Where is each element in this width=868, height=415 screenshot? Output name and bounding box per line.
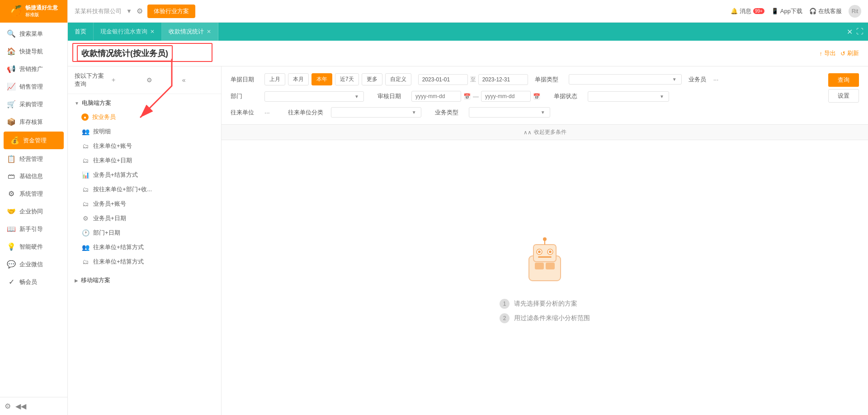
- query-btn[interactable]: 查询: [828, 73, 859, 87]
- dept-date-icon: 🕐: [81, 229, 90, 236]
- sidebar-item-label: 基础信息: [19, 172, 43, 180]
- mobile-scheme-group-header[interactable]: ▶ 移动端方案: [68, 274, 221, 287]
- filter-actions: 查询 设置: [828, 73, 859, 103]
- sidebar-item-basic[interactable]: 🗃 基础信息: [0, 168, 67, 185]
- sidebar-item-sales[interactable]: 📈 销售管理: [0, 78, 67, 95]
- add-scheme-icon[interactable]: ＋: [110, 76, 142, 84]
- online-service-btn[interactable]: 🎧 在线客服: [809, 7, 842, 15]
- custom-date-btn[interactable]: 自定义: [385, 73, 411, 85]
- svg-rect-10: [546, 263, 555, 269]
- collapse-sidebar-btn[interactable]: ◀◀: [15, 402, 26, 410]
- sidebar-item-hardware[interactable]: 💡 智能硬件: [0, 238, 67, 255]
- doc-type-select[interactable]: ▼: [569, 74, 682, 85]
- empty-hints: 1 请先选择要分析的方案 2 用过滤条件来缩小分析范围: [500, 299, 590, 323]
- sidebar-item-operations[interactable]: 📋 经营管理: [0, 150, 67, 168]
- sidebar-item-member[interactable]: ✓ 畅会员: [0, 273, 67, 291]
- refresh-btn[interactable]: ↺ 刷新: [840, 49, 859, 57]
- this-month-btn[interactable]: 本月: [288, 73, 309, 85]
- date-to-input[interactable]: [478, 74, 528, 85]
- scheme-item-partner-settlement2[interactable]: 🗂 往来单位+结算方式: [68, 255, 221, 269]
- scheme-item-by-salesperson[interactable]: ● 按业务员: [68, 110, 221, 124]
- salesperson-more-icon[interactable]: ···: [713, 76, 719, 83]
- sidebar-item-label: 智能硬件: [19, 243, 43, 251]
- partner-category-select[interactable]: ▼: [331, 107, 421, 118]
- scheme-item-partner-date[interactable]: 🗂 往来单位+日期: [68, 153, 221, 168]
- tab-bank-flow[interactable]: 现金银行流水查询 ✕: [94, 23, 162, 41]
- export-btn[interactable]: ↑ 导出: [820, 49, 836, 57]
- date-from-input[interactable]: [418, 74, 468, 85]
- desktop-group-arrow: ▼: [75, 101, 79, 106]
- wechat-icon: 💬: [7, 260, 16, 269]
- calendar-to-icon[interactable]: 📅: [533, 93, 540, 100]
- scheme-item-partner-dept[interactable]: 🗂 按往来单位+部门+收...: [68, 182, 221, 197]
- tab-collection-stats[interactable]: 收款情况统计 ✕: [162, 23, 218, 41]
- right-panel: 单据日期 上月 本月 本年 近7天 更多 自定义 至: [222, 66, 868, 415]
- left-panel-header: 按以下方案查询 ＋ ⚙ «: [68, 66, 221, 94]
- doc-type-arrow-icon: ▼: [672, 77, 677, 82]
- message-btn[interactable]: 🔔 消息 99+: [731, 7, 764, 15]
- service-icon: 🎧: [809, 8, 816, 14]
- sidebar-item-guide[interactable]: 📖 新手引导: [0, 220, 67, 238]
- message-label: 消息: [740, 7, 751, 15]
- sidebar-item-quicknav[interactable]: 🏠 快捷导航: [0, 42, 67, 60]
- sidebar-item-enterprise[interactable]: 🤝 企业协同: [0, 203, 67, 220]
- marketing-icon: 📢: [7, 65, 16, 73]
- tab-close-all-btn[interactable]: ✕: [847, 28, 853, 36]
- empty-hint-2: 2 用过滤条件来缩小分析范围: [500, 313, 590, 323]
- more-date-btn[interactable]: 更多: [362, 73, 382, 85]
- sidebar-item-inventory[interactable]: 📦 库存核算: [0, 113, 67, 131]
- scheme-collapse-icon[interactable]: «: [182, 76, 214, 84]
- sidebar-item-system[interactable]: ⚙ 系统管理: [0, 185, 67, 203]
- scheme-item-salesperson-settlement[interactable]: 📊 业务员+结算方式: [68, 168, 221, 182]
- scheme-item-salesperson-account[interactable]: 🗂 业务员+账号: [68, 197, 221, 211]
- page-header: 收款情况统计(按业务员) ↑ 导出 ↺ 刷新: [68, 41, 868, 66]
- sidebar-item-finance[interactable]: 💰 资金管理: [4, 132, 64, 149]
- trial-btn[interactable]: 体验行业方案: [147, 5, 195, 18]
- sidebar-item-label: 企业微信: [19, 260, 43, 269]
- this-year-btn[interactable]: 本年: [311, 73, 332, 85]
- tab-home[interactable]: 首页: [68, 23, 94, 41]
- scheme-item-by-detail[interactable]: 👥 按明细: [68, 124, 221, 139]
- dept-select[interactable]: ▼: [264, 91, 364, 102]
- last-month-btn[interactable]: 上月: [264, 73, 285, 85]
- sidebar-footer: ⚙ ◀◀: [0, 397, 67, 415]
- scheme-item-label: 业务员+账号: [93, 200, 126, 208]
- svg-point-8: [543, 237, 547, 241]
- sidebar-item-search[interactable]: 🔍 搜索菜单: [0, 25, 67, 42]
- company-dropdown-icon[interactable]: ▼: [126, 8, 132, 14]
- last-7-days-btn[interactable]: 近7天: [335, 73, 359, 85]
- app-download-btn[interactable]: 📱 App下载: [771, 7, 802, 15]
- sidebar-item-purchase[interactable]: 🛒 采购管理: [0, 95, 67, 113]
- filter-settings-btn[interactable]: 设置: [828, 89, 859, 103]
- operations-icon: 📋: [7, 155, 16, 163]
- tab-bank-flow-close-icon[interactable]: ✕: [150, 28, 155, 35]
- sidebar-item-marketing[interactable]: 📢 营销推广: [0, 60, 67, 78]
- review-from-input[interactable]: [411, 91, 461, 102]
- topbar-settings-icon[interactable]: ⚙: [137, 7, 143, 15]
- salesperson-date-icon: ⚙: [81, 215, 90, 222]
- tab-fullscreen-btn[interactable]: ⛶: [856, 28, 863, 36]
- user-avatar[interactable]: Rit: [849, 5, 861, 18]
- member-icon: ✓: [7, 278, 16, 286]
- svg-point-5: [549, 250, 552, 253]
- scheme-item-salesperson-date[interactable]: ⚙ 业务员+日期: [68, 211, 221, 226]
- scheme-item-dept-date[interactable]: 🕐 部门+日期: [68, 226, 221, 240]
- doc-status-select[interactable]: ▼: [588, 91, 669, 102]
- partner-more-icon[interactable]: ···: [264, 109, 270, 116]
- biz-type-select[interactable]: ▼: [469, 107, 550, 118]
- scheme-settings-icon[interactable]: ⚙: [146, 76, 179, 84]
- calendar-from-icon[interactable]: 📅: [463, 93, 471, 100]
- desktop-scheme-group-header[interactable]: ▼ 电脑端方案: [68, 96, 221, 110]
- message-icon: 🔔: [731, 8, 738, 14]
- scheme-item-label: 部门+日期: [93, 229, 120, 237]
- scheme-item-partner-account[interactable]: 🗂 往来单位+账号: [68, 139, 221, 153]
- sidebar-item-wechat[interactable]: 💬 企业微信: [0, 255, 67, 273]
- collapse-more-btn[interactable]: ∧∧ 收起更多条件: [222, 125, 868, 140]
- scheme-item-partner-settlement1[interactable]: 👥 往来单位+结算方式: [68, 240, 221, 255]
- dept-filter-label: 部门: [231, 92, 258, 100]
- sidebar-item-label: 销售管理: [19, 83, 43, 91]
- sidebar-item-label: 搜索菜单: [19, 30, 43, 38]
- tab-collection-stats-close-icon[interactable]: ✕: [207, 28, 211, 35]
- settings-footer-btn[interactable]: ⚙: [5, 402, 11, 410]
- review-to-input[interactable]: [481, 91, 531, 102]
